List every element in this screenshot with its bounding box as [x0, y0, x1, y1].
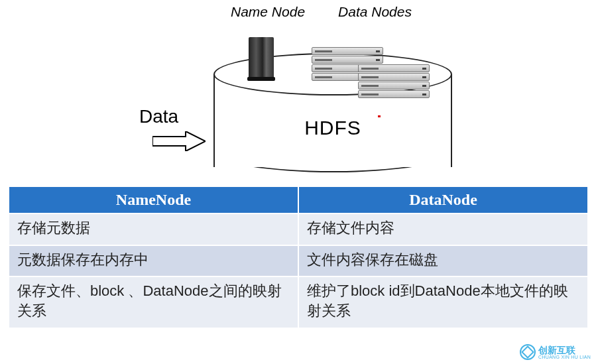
comparison-table: NameNode DataNode 存储元数据 存储文件内容 元数据保存在内存中… [8, 186, 589, 329]
cell: 维护了block id到DataNode本地文件的映射关系 [298, 276, 588, 328]
table-row: 元数据保存在内存中 文件内容保存在磁盘 [9, 245, 588, 277]
watermark-sub: CHUANG XIN HU LIAN [538, 355, 591, 359]
table-header-row: NameNode DataNode [9, 186, 588, 213]
data-in-label: Data [139, 106, 178, 127]
arrow-icon [152, 131, 206, 151]
label-name-node: Name Node [231, 4, 305, 20]
table-row: 存储元数据 存储文件内容 [9, 213, 588, 245]
table-row: 保存文件、block 、DataNode之间的映射关系 维护了block id到… [9, 276, 588, 328]
watermark-text-wrap: 创新互联 CHUANG XIN HU LIAN [538, 345, 591, 359]
name-node-tower-icon [249, 37, 274, 81]
label-data-nodes: Data Nodes [338, 4, 412, 20]
cell: 存储文件内容 [298, 213, 588, 245]
header-namenode: NameNode [9, 186, 298, 213]
watermark-logo-icon [520, 344, 536, 360]
top-labels: Name Node Data Nodes [231, 4, 430, 20]
cell: 保存文件、block 、DataNode之间的映射关系 [9, 276, 298, 328]
red-dot [378, 115, 381, 117]
header-datanode: DataNode [298, 186, 588, 213]
watermark: 创新互联 CHUANG XIN HU LIAN [520, 344, 591, 360]
cylinder-label: HDFS [213, 117, 452, 139]
cell: 存储元数据 [9, 213, 298, 245]
watermark-brand: 创新互联 [538, 345, 591, 355]
hdfs-diagram: Name Node Data Nodes Data HDFS [133, 0, 583, 179]
cell: 文件内容保存在磁盘 [298, 245, 588, 277]
cell: 元数据保存在内存中 [9, 245, 298, 277]
data-node-stack-2-icon [358, 64, 430, 98]
